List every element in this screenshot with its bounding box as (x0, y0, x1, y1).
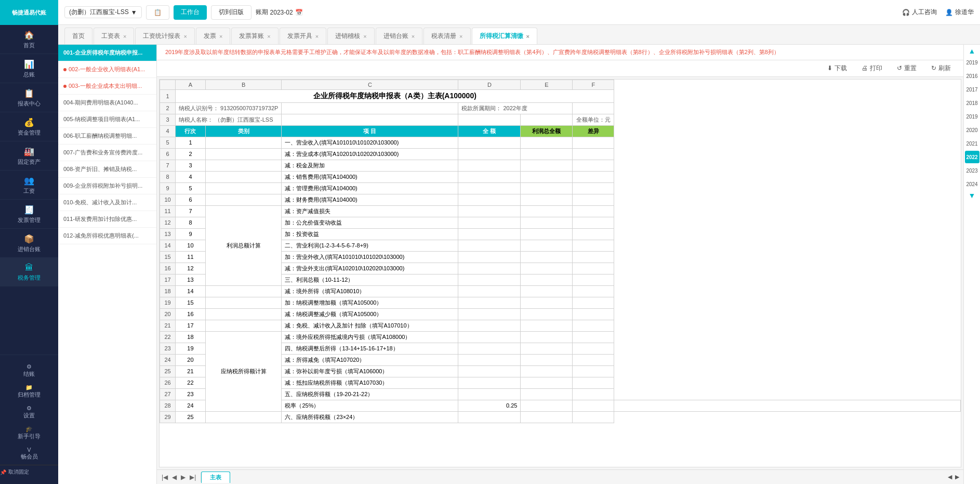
sheet-bottom-right: ◀ ▶ (944, 474, 963, 480)
sheet-tab-main[interactable]: 主表 (201, 472, 230, 483)
left-panel-item-004[interactable]: 004-期间费用明细表(A1040... (58, 95, 156, 111)
timeline-2023[interactable]: 2023 (965, 164, 979, 177)
sidebar-item-settings[interactable]: ⚙ 设置 (0, 402, 58, 423)
left-panel-item-012[interactable]: 012-减免所得税优惠明细表(... (58, 228, 156, 244)
topbar: (勿删）江西服宝-LSS ▼ 📋 工作台 切到旧版 账期 2023-02 📅 🎧… (58, 0, 980, 25)
tab-sales-audit[interactable]: 进销稽核 × (327, 28, 374, 44)
sidebar-item-home[interactable]: 🏠 首页 (0, 25, 58, 54)
currency-label: 全额单位：元 (573, 114, 614, 125)
timeline-2019[interactable]: 2019 (965, 56, 979, 69)
table-row: 18 14 减：境外所得（填写A108010） (160, 285, 961, 297)
sidebar-item-sales[interactable]: 📦 进销台账 (0, 229, 58, 258)
user-menu[interactable]: 👤 徐道华 (945, 8, 974, 17)
tab-close-payroll-report[interactable]: × (183, 33, 187, 40)
chevron-down-icon: ▼ (131, 9, 137, 16)
nav-prev-arrow[interactable]: ◀ (170, 473, 178, 482)
left-panel-item-002[interactable]: 002-一般企业收入明细表(A1... (58, 61, 156, 78)
spreadsheet-container[interactable]: A B C D E F 1 企业所得税年度纳税申报表（A类）主表(A100000… (159, 79, 961, 468)
tab-income-tax[interactable]: 所得税汇算清缴 × (472, 28, 537, 44)
col-header-a: A (176, 80, 206, 89)
tab-payroll[interactable]: 工资表 × (94, 28, 134, 44)
workbench-button[interactable]: 工作台 (174, 5, 207, 20)
tab-payroll-report[interactable]: 工资统计报表 × (135, 28, 194, 44)
left-panel-item-006[interactable]: 006-职工薪酬纳税调整明细... (58, 128, 156, 145)
tab-invoice[interactable]: 发票 × (196, 28, 230, 44)
sidebar-item-vip[interactable]: V 畅会员 (0, 443, 58, 464)
sidebar-item-close[interactable]: ⚙ 结账 (0, 360, 58, 381)
left-panel-item-011[interactable]: 011-研发费用加计扣除优惠... (58, 211, 156, 228)
sidebar-item-invoice[interactable]: 🧾 发票管理 (0, 200, 58, 229)
print-icon: 🖨 (862, 64, 868, 72)
tab-invoice-calc[interactable]: 发票算账 × (231, 28, 278, 44)
period-label: 账期 (256, 8, 268, 17)
tab-invoice-issue[interactable]: 发票开具 × (280, 28, 326, 44)
tab-close-invoice-calc[interactable]: × (267, 33, 270, 40)
timeline-up-arrow[interactable]: ▲ (969, 47, 976, 55)
period-value: 2023-02 (270, 9, 293, 16)
sidebar-item-guide[interactable]: 🎓 新手引导 (0, 423, 58, 443)
left-panel-item-003[interactable]: 003-一般企业成本支出明细... (58, 78, 156, 95)
left-panel-item-010[interactable]: 010-免税、减计收入及加计... (58, 194, 156, 211)
calendar-icon[interactable]: 📅 (295, 9, 303, 16)
refresh-icon: ↻ (931, 64, 936, 72)
sidebar-item-reports[interactable]: 📋 报表中心 (0, 83, 58, 112)
timeline-2017[interactable]: 2017 (965, 83, 979, 96)
tab-close-sales-audit[interactable]: × (363, 33, 366, 40)
table-row: 8 4 减：销售费用(填写A104000) (160, 171, 961, 182)
col-head-item: 项 目 (282, 125, 458, 137)
col-head-rownum: 行次 (176, 125, 206, 137)
tab-close-income-tax[interactable]: × (526, 33, 529, 40)
row-num-2: 2 (160, 102, 176, 114)
invoice-icon: 🧾 (24, 205, 34, 215)
left-panel-item-009[interactable]: 009-企业所得税附加补亏损明... (58, 178, 156, 194)
timeline-2022[interactable]: 2022 (965, 151, 979, 163)
tab-close-payroll[interactable]: × (123, 33, 126, 40)
timeline-2019b[interactable]: 2019 (965, 110, 979, 123)
company-label: 纳税人名称： （勿删）江西服宝-LSS (176, 114, 282, 125)
tab-home[interactable]: 首页 (64, 28, 92, 44)
sidebar-unpin[interactable]: 📌 取消固定 (0, 465, 58, 479)
row-num-4: 4 (160, 125, 176, 137)
refresh-button[interactable]: ↻ 刷新 (927, 62, 955, 74)
col-head-profit: 利润总全额 (521, 125, 573, 137)
timeline-2021[interactable]: 2021 (965, 137, 979, 150)
sidebar-item-archive[interactable]: 📁 归档管理 (0, 381, 58, 402)
left-panel-item-007[interactable]: 007-广告费和业务宣传费跨度... (58, 145, 156, 161)
timeline-2024[interactable]: 2024 (965, 178, 979, 190)
timeline-down-arrow[interactable]: ▼ (969, 191, 976, 200)
sidebar-item-assets[interactable]: 🏭 固定资产 (0, 141, 58, 171)
left-panel-item-008[interactable]: 008-资产折旧、摊销及纳税... (58, 161, 156, 178)
taxpayer-id-label: 纳税人识别号： 91320500703719732P (176, 102, 282, 114)
assets-icon: 🏭 (24, 147, 34, 156)
tab-sales-ledger[interactable]: 进销台账 × (376, 28, 422, 44)
left-panel-item-005[interactable]: 005-纳税调整项目明细表(A1... (58, 111, 156, 128)
sidebar-item-payroll[interactable]: 👥 工资 (0, 171, 58, 200)
left-panel-item-001[interactable]: 001-企业所得税年度纳税申报... (58, 45, 156, 61)
copy-button[interactable]: 📋 (146, 5, 169, 20)
sidebar-item-tax[interactable]: 🏛 税务管理 (0, 258, 58, 286)
timeline-2018[interactable]: 2018 (965, 97, 979, 109)
warning-text: 2019年度涉及取以前年度结转数据的申报表单元格需要手工维护正确，才能保证本年及… (165, 49, 779, 55)
company-selector[interactable]: (勿删）江西服宝-LSS ▼ (64, 6, 142, 18)
nav-first-arrow[interactable]: |◀ (160, 473, 169, 482)
print-button[interactable]: 🖨 打印 (857, 62, 886, 74)
tab-tax-list[interactable]: 税表清册 × (423, 28, 470, 44)
consult-button[interactable]: 🎧 人工咨询 (902, 8, 937, 17)
tab-close-sales-ledger[interactable]: × (412, 33, 415, 40)
tab-close-invoice-issue[interactable]: × (315, 33, 319, 40)
scroll-left-icon[interactable]: ◀ (948, 474, 952, 480)
archive-icon: 📁 (25, 384, 33, 391)
download-button[interactable]: ⬇ 下载 (823, 62, 851, 74)
tab-close-invoice[interactable]: × (219, 33, 222, 40)
sidebar-item-funds[interactable]: 💰 资金管理 (0, 112, 58, 141)
nav-next-arrow[interactable]: ▶ (179, 473, 187, 482)
sidebar-item-ledger[interactable]: 📊 总账 (0, 54, 58, 83)
pin-icon: 📌 (0, 469, 6, 475)
timeline-2020[interactable]: 2020 (965, 124, 979, 136)
switch-button[interactable]: 切到旧版 (211, 5, 251, 20)
scroll-right-icon[interactable]: ▶ (955, 474, 959, 480)
nav-last-arrow[interactable]: ▶| (188, 473, 197, 482)
tab-close-tax-list[interactable]: × (459, 33, 462, 40)
reset-button[interactable]: ↺ 重置 (893, 62, 921, 74)
timeline-2016[interactable]: 2016 (965, 70, 979, 82)
